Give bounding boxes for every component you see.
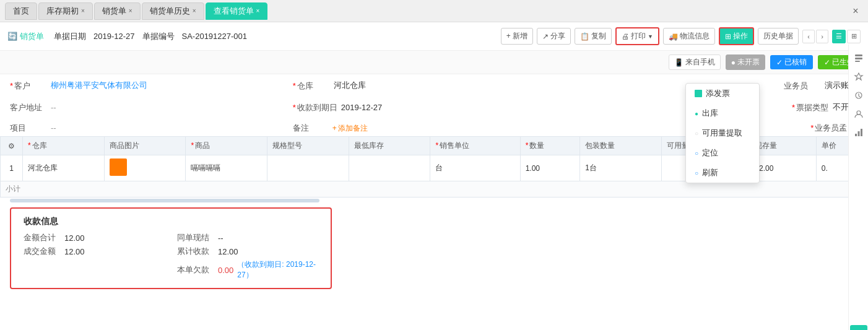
doc-type-icon: 🔄 <box>7 32 17 41</box>
effective-icon: ✓ <box>824 58 830 67</box>
subtotal-row: 小计 <box>1 181 868 198</box>
svg-rect-5 <box>855 134 857 136</box>
col-settings[interactable]: ⚙ <box>1 137 23 155</box>
amount-total-label: 金额合计 <box>24 232 61 243</box>
tab-history[interactable]: 销货单历史 × <box>142 2 204 20</box>
tab-sales[interactable]: 销货单 × <box>94 2 141 20</box>
row-pack-qty[interactable]: 1台 <box>580 155 662 181</box>
project-value[interactable]: -- <box>50 123 58 134</box>
tab-bar: 首页 库存期初 × 销货单 × 销货单历史 × 查看销货单 × × <box>0 0 868 22</box>
add-invoice-item[interactable]: 添发票 <box>686 84 759 103</box>
tab-view-sales[interactable]: 查看销货单 × <box>206 2 268 20</box>
from-mobile-button[interactable]: 📱 来自手机 <box>669 54 721 70</box>
row-unit[interactable]: 台 <box>430 155 520 181</box>
address-value[interactable]: -- <box>50 102 58 113</box>
locate-item[interactable]: ○ 定位 <box>686 143 759 163</box>
customer-value[interactable]: 柳州粤港平安气体有限公司 <box>50 79 149 92</box>
gray-dot-icon: ○ <box>695 130 698 137</box>
checked-badge: ✓ 已核销 <box>770 55 813 69</box>
history-records-button[interactable]: 历史单据 <box>758 28 799 45</box>
col-warehouse: 仓库 <box>23 137 105 155</box>
row-product[interactable]: 嗝嗝嗝嗝 <box>186 155 267 181</box>
accumulated-value: 12.00 <box>218 247 238 256</box>
right-sidebar <box>848 45 868 330</box>
tab-sales-close[interactable]: × <box>129 7 132 14</box>
add-note-button[interactable]: + 添加备注 <box>332 123 368 134</box>
refresh-item[interactable]: ○ 刷新 <box>686 163 759 183</box>
warehouse-value[interactable]: 河北仓库 <box>332 79 367 92</box>
outbound-item[interactable]: ● 出库 <box>686 103 759 123</box>
doc-type-label: 销货单 <box>20 31 44 42</box>
tab-inventory[interactable]: 库存期初 × <box>38 2 93 20</box>
doc-header: 🔄 销货单 单据日期 2019-12-27 单据编号 SA-20191227-0… <box>0 22 868 51</box>
row-image <box>104 155 186 181</box>
logistics-button[interactable]: 🚚 物流信息 <box>663 28 715 45</box>
prev-button[interactable]: ‹ <box>802 30 815 43</box>
accumulated-row: 累计收款 12.00 <box>177 246 318 257</box>
row-min-stock[interactable] <box>349 155 430 181</box>
tab-view-sales-label: 查看销货单 <box>214 6 254 17</box>
col-unit: 销售单位 <box>430 137 520 155</box>
not-open-button[interactable]: ● 未开票 <box>726 54 765 70</box>
mobile-icon: 📱 <box>674 58 684 67</box>
due-date-value[interactable]: 2019-12-27 <box>340 102 384 113</box>
print-button[interactable]: 🖨 打印 ▼ <box>615 27 659 45</box>
settings-icon[interactable]: ⚙ <box>8 142 15 150</box>
tab-history-close[interactable]: × <box>193 7 196 14</box>
salesperson-label: 业务员孟 <box>810 123 848 134</box>
outbound-label: 出库 <box>702 108 718 119</box>
col-spec: 规格型号 <box>267 137 349 155</box>
same-order-value: -- <box>218 233 224 243</box>
list-view-button[interactable]: ☰ <box>832 30 846 43</box>
refresh-label: 刷新 <box>702 167 718 178</box>
number-label: 单据编号 <box>142 31 175 42</box>
amount-total-row: 金额合计 12.00 <box>24 232 165 243</box>
payment-col-left: 金额合计 12.00 成交金额 12.00 <box>24 232 165 280</box>
available-qty-item[interactable]: ○ 可用量提取 <box>686 123 759 143</box>
transaction-label: 成交金额 <box>24 246 61 257</box>
operation-button[interactable]: ⊞ 操作 <box>719 27 754 45</box>
tab-home[interactable]: 首页 <box>5 2 37 20</box>
horizontal-scrollbar[interactable] <box>10 199 319 202</box>
nav-arrows: ‹ › <box>802 30 828 43</box>
product-image <box>110 158 127 176</box>
transaction-value: 12.00 <box>64 247 85 256</box>
main-content: 🔄 销货单 单据日期 2019-12-27 单据编号 SA-20191227-0… <box>0 22 868 330</box>
col-stock-qty: 现存量 <box>750 137 816 155</box>
amount-total-value: 12.00 <box>64 233 85 243</box>
sidebar-icon-1[interactable] <box>850 50 867 67</box>
svg-rect-7 <box>861 129 862 136</box>
share-button[interactable]: ↗ 分享 <box>537 28 571 45</box>
project-label: 项目 <box>10 123 47 134</box>
sidebar-icon-4[interactable] <box>850 105 867 123</box>
copy-button[interactable]: 📋 复制 <box>575 28 612 45</box>
row-spec[interactable] <box>267 155 349 181</box>
new-button[interactable]: + 新增 <box>501 28 533 45</box>
warehouse-label: 仓库 <box>293 80 330 92</box>
doc-actions: + 新增 ↗ 分享 📋 复制 🖨 打印 ▼ 🚚 物流信息 <box>501 27 861 45</box>
project-field: 项目 -- <box>10 123 293 134</box>
sidebar-icon-2[interactable] <box>850 68 867 85</box>
expand-icon[interactable] <box>850 325 867 330</box>
add-invoice-label: 添发票 <box>706 88 730 99</box>
tab-inventory-close[interactable]: × <box>81 7 85 14</box>
sidebar-icon-5[interactable] <box>850 124 867 141</box>
blue-dot-icon-2: ○ <box>695 170 698 176</box>
staff-label: 业务员 <box>784 80 821 92</box>
sidebar-icon-3[interactable] <box>850 87 867 104</box>
row-qty[interactable]: 1.00 <box>520 155 580 181</box>
tab-sales-label: 销货单 <box>102 6 126 17</box>
blue-dot-icon: ○ <box>695 150 698 157</box>
operation-icon: ⊞ <box>725 32 731 41</box>
row-warehouse[interactable]: 河北仓库 <box>23 155 105 181</box>
locate-label: 定位 <box>702 147 718 158</box>
copy-icon: 📋 <box>580 32 589 41</box>
next-button[interactable]: › <box>816 30 828 43</box>
tab-view-sales-close[interactable]: × <box>256 7 260 14</box>
window-close-button[interactable]: × <box>848 4 863 19</box>
balance-value: 0.00 <box>218 266 233 275</box>
svg-point-4 <box>857 111 861 115</box>
svg-rect-2 <box>855 61 860 62</box>
grid-view-button[interactable]: ⊞ <box>847 30 861 43</box>
logistics-icon: 🚚 <box>669 32 678 41</box>
